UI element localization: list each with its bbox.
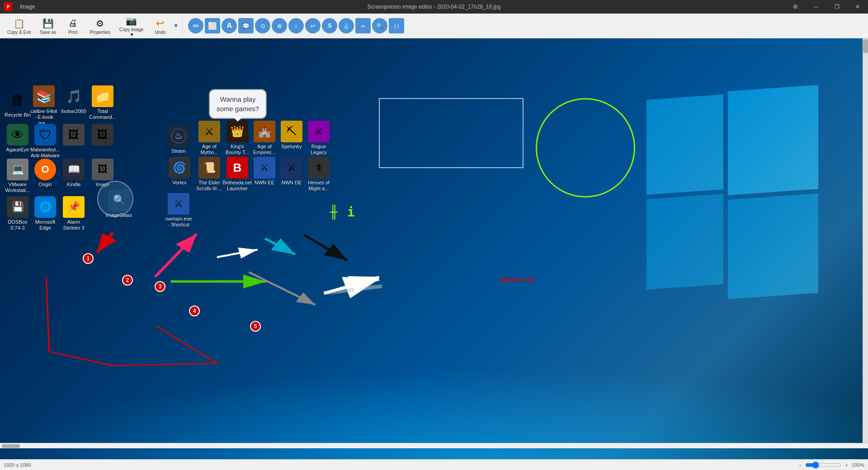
desktop-background: 🗑 Recycle Bin 📚 calibre 64bit - E-book m…: [0, 38, 868, 459]
imageglass-icon: 🔍: [108, 189, 130, 211]
save-as-button[interactable]: 💾 Save as: [36, 15, 60, 37]
step-tool[interactable]: S: [322, 18, 337, 33]
desktop-icon-total-commander[interactable]: 📁 Total Command...: [87, 84, 118, 122]
nwmain-label: nwmain.exe - Shortcut: [165, 216, 193, 228]
foobar-label: foobar2000: [61, 108, 86, 114]
desktop-icon-agaueeye[interactable]: 👁 AgaueEye: [2, 122, 33, 155]
line-tool[interactable]: ═: [355, 18, 371, 33]
fill-tool[interactable]: 💧: [339, 18, 354, 33]
desktop-icon-imageglass[interactable]: 🔍 ImageGlass: [103, 188, 135, 220]
badge-1: 1: [83, 253, 94, 264]
unknown2-icon: 🖼: [92, 124, 113, 146]
drawing-tools: ✏ ⬜ A 💬 ⊙ ⊗ ○ ↩ S 💧 ═ 🔍 { }: [188, 18, 404, 33]
windows-logo: [637, 61, 841, 332]
malwarebytes-icon: 🛡: [34, 124, 56, 146]
horizontal-scrollbar[interactable]: [0, 443, 868, 448]
pencil-tool[interactable]: ✏: [188, 18, 203, 33]
kindle-icon: 📖: [63, 159, 85, 180]
window-title: Screenpresso image editor - 2020-04-02_1…: [368, 4, 501, 10]
zoom-in-button[interactable]: +: [845, 462, 848, 468]
minimize-button[interactable]: ─: [806, 0, 826, 14]
calibre-icon: 📚: [33, 85, 55, 107]
menu-image[interactable]: Image: [20, 4, 35, 10]
svg-line-10: [97, 232, 113, 252]
menu-items[interactable]: Image: [20, 4, 35, 10]
desktop-icon-alarm-stickies[interactable]: 📌 Alarm Stickies 3: [58, 194, 90, 233]
copy-exit-button[interactable]: 📋 Copy & Exit: [4, 15, 34, 37]
zoom-out-button[interactable]: −: [799, 462, 802, 468]
rect-annotation: [379, 98, 524, 168]
tally-marks: ╫ i: [330, 205, 356, 220]
bethesda-icon: B: [226, 157, 248, 179]
desktop-icon-edge[interactable]: 🌐 Microsoft Edge: [29, 194, 61, 233]
desktop-icon-calibre[interactable]: 📚 calibre 64bit - E-book ma...: [28, 84, 60, 128]
properties-button[interactable]: ⚙ Properties: [86, 15, 114, 37]
undo-button[interactable]: ↩ Undo: [149, 15, 171, 37]
spelunky-icon: ⛏: [281, 121, 302, 142]
app-icon: P: [4, 2, 13, 11]
image-icon: 🖼: [92, 159, 113, 180]
win-pane-tr: [728, 85, 818, 195]
heroes-label: Heroes of Might a...: [305, 180, 333, 192]
origin-label: Origin: [38, 182, 52, 188]
svg-line-13: [265, 239, 295, 254]
desktop-icon-kindle[interactable]: 📖 Kindle: [58, 157, 90, 189]
rectangle-tool[interactable]: ⬜: [205, 18, 220, 33]
settings-control[interactable]: ⚙: [785, 0, 806, 14]
desktop-icon-rogue-legacy[interactable]: ⚔ Rogue Legacy: [303, 119, 335, 157]
dropdown-arrow-standalone[interactable]: ▼: [173, 23, 179, 29]
vertical-scroll-thumb[interactable]: [863, 39, 868, 53]
badge-2: 2: [122, 275, 133, 286]
desktop-icon-vmware[interactable]: 💻 VMware Workstati...: [2, 157, 33, 195]
zoom-info: − + 100%: [799, 461, 864, 469]
desktop-icon-steam[interactable]: ♨ Steam: [163, 123, 194, 156]
desktop-icon-foobar[interactable]: 🎵 foobar2000: [58, 84, 90, 116]
desktop-icon-malwarebytes[interactable]: 🛡 Malwarebyt... Anti-Malware: [29, 122, 61, 160]
arrow-tool[interactable]: ↩: [305, 18, 321, 33]
svg-line-16: [249, 272, 315, 305]
desktop-icon-age-mythology[interactable]: ⚔ Age of Mytho...: [193, 119, 225, 157]
desktop-icon-nwmain[interactable]: ⚔ nwmain.exe - Shortcut: [163, 191, 194, 230]
kings-bounty-label: King's Bounty T...: [223, 144, 251, 155]
desktop-icon-dosbox[interactable]: 💾 DOSBox 0.74-3: [2, 194, 33, 233]
print-button[interactable]: 🖨 Print: [61, 15, 84, 37]
window-controls[interactable]: ⚙ ─ ❐ ✕: [785, 0, 868, 14]
code-tool[interactable]: { }: [389, 18, 404, 33]
copy-image-button[interactable]: 📷 Copy image ▼: [116, 13, 147, 39]
alarm-stickies-icon: 📌: [63, 196, 85, 218]
spelunky-label: Spelunky: [281, 144, 302, 150]
close-button[interactable]: ✕: [847, 0, 868, 14]
win-pane-bl: [646, 194, 723, 290]
desktop-icon-origin[interactable]: O Origin: [29, 157, 61, 189]
age-empires-label: Age of Empires...: [250, 144, 278, 155]
zoom-slider[interactable]: [805, 461, 841, 469]
alarm-stickies-label: Alarm Stickies 3: [60, 219, 88, 231]
age-mythology-icon: ⚔: [198, 121, 220, 142]
text-tool[interactable]: A: [222, 18, 237, 33]
desktop-icon-elder-scrolls[interactable]: 📜 The Elder Scrolls III ...: [193, 155, 225, 193]
agaueeye-icon: 👁: [7, 124, 28, 146]
blur-tool[interactable]: ⊗: [272, 18, 287, 33]
ellipse-tool[interactable]: ○: [288, 18, 304, 33]
nwmain-icon: ⚔: [168, 193, 189, 215]
vertical-scrollbar[interactable]: [863, 38, 868, 448]
copy-image-dropdown-arrow[interactable]: ▼: [130, 32, 134, 37]
copy-exit-label: Copy & Exit: [7, 30, 31, 35]
steam-icon: ♨: [168, 125, 189, 147]
win-pane-br: [728, 193, 818, 299]
desktop-icon-heroes[interactable]: 🗡 Heroes of Might a...: [303, 155, 335, 193]
print-icon: 🖨: [66, 17, 79, 30]
rogue-legacy-icon: ⚔: [308, 121, 330, 142]
undo-label: Undo: [155, 30, 165, 35]
callout-tool[interactable]: 💬: [238, 18, 254, 33]
stamp-tool[interactable]: ⊙: [255, 18, 270, 33]
zoom-tool[interactable]: 🔍: [372, 18, 387, 33]
svg-line-12: [217, 250, 258, 258]
desktop-icon-unknown1[interactable]: 🖼: [58, 122, 90, 149]
desktop-icon-unknown2[interactable]: 🖼: [87, 122, 118, 149]
horizontal-scroll-thumb[interactable]: [2, 444, 20, 448]
maximize-button[interactable]: ❐: [826, 0, 847, 14]
vortex-label: Vortex: [172, 180, 186, 186]
desktop-icon-vortex[interactable]: 🌀 Vortex: [164, 155, 195, 188]
svg-line-17: [324, 279, 379, 293]
